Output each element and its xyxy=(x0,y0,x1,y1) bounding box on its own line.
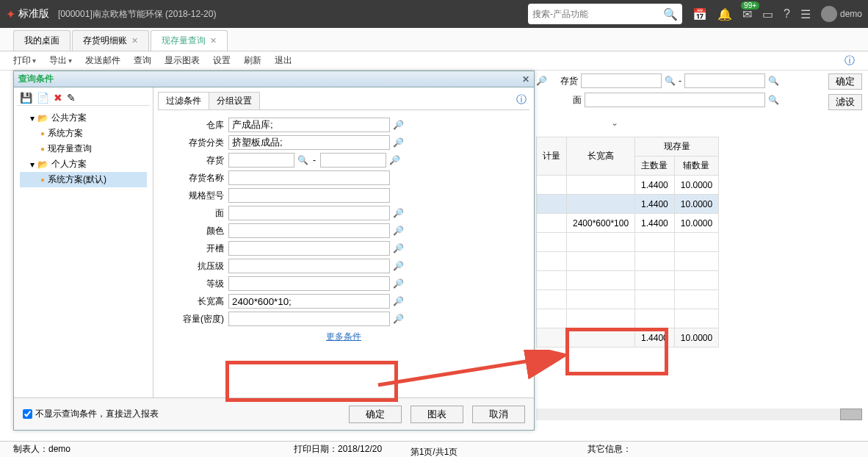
stockcat-input[interactable] xyxy=(228,135,390,150)
lookup-icon[interactable]: 🔎 xyxy=(393,226,404,236)
close-icon[interactable]: ✕ xyxy=(131,36,138,46)
device-icon[interactable]: ▭ xyxy=(762,7,773,21)
spec-input[interactable] xyxy=(228,188,390,203)
tab-desktop[interactable]: 我的桌面 xyxy=(13,30,70,51)
direct-report-check[interactable]: 不显示查询条件，直接进入报表 xyxy=(23,408,159,420)
face-input[interactable] xyxy=(585,93,765,107)
lookup-icon[interactable]: 🔎 xyxy=(393,137,404,148)
face-label: 面 xyxy=(555,94,582,107)
stock-to[interactable] xyxy=(320,153,386,168)
bell-icon[interactable]: 🔔 xyxy=(717,7,732,21)
col-aux: 辅数量 xyxy=(674,156,718,176)
dim-input[interactable] xyxy=(228,294,390,309)
lookup-icon[interactable]: 🔎 xyxy=(393,120,404,130)
tabs-row: 我的桌面 存货明细账✕ 现存量查询✕ xyxy=(0,28,868,51)
table-row[interactable]: 1.440010.0000 xyxy=(537,195,719,214)
lookup-icon[interactable]: 🔍 xyxy=(297,155,308,165)
search-input[interactable] xyxy=(532,9,663,19)
table-row[interactable] xyxy=(537,252,719,271)
stock-label: 存货 xyxy=(551,75,578,87)
settings-button[interactable]: 设置 xyxy=(213,54,231,67)
chart-button[interactable]: 图表 xyxy=(411,406,463,423)
print-button[interactable]: 打印 xyxy=(13,54,36,67)
hscrollbar[interactable] xyxy=(536,409,862,420)
help-icon[interactable]: ? xyxy=(784,7,790,21)
tree-node[interactable]: ▾📂个人方案 xyxy=(20,156,147,172)
face-input[interactable] xyxy=(228,206,390,220)
close-icon[interactable]: ✕ xyxy=(210,36,217,46)
tree-node[interactable]: ●现存量查询 xyxy=(20,141,147,156)
lookup-icon[interactable]: 🔎 xyxy=(393,296,404,306)
chart-button[interactable]: 显示图表 xyxy=(164,54,200,67)
table-row[interactable]: 1.440010.0000 xyxy=(537,176,719,195)
tab-group[interactable]: 分组设置 xyxy=(209,92,260,109)
chevron-down-icon[interactable]: ⌄ xyxy=(611,118,618,128)
exit-button[interactable]: 退出 xyxy=(275,54,292,67)
lookup-icon[interactable]: 🔎 xyxy=(536,76,547,86)
grade-input[interactable] xyxy=(228,276,390,291)
compress-input[interactable] xyxy=(228,259,390,273)
table-row[interactable] xyxy=(537,309,719,328)
tree-node[interactable]: ●系统方案(默认) xyxy=(20,172,147,187)
help-icon[interactable]: ⓘ xyxy=(513,92,529,109)
tab-filter[interactable]: 过滤条件 xyxy=(158,92,209,109)
density-input[interactable] xyxy=(228,312,390,326)
lookup-icon[interactable]: 🔍 xyxy=(768,76,779,86)
lookup-icon[interactable]: 🔎 xyxy=(393,314,404,324)
ok-button[interactable]: 确定 xyxy=(349,406,402,423)
lookup-icon[interactable]: 🔎 xyxy=(393,278,404,289)
cancel-button[interactable]: 取消 xyxy=(472,406,525,423)
badge: 99+ xyxy=(741,1,759,10)
saveas-icon[interactable]: 📄 xyxy=(37,92,49,104)
lookup-icon[interactable]: 🔎 xyxy=(393,208,404,218)
query-button[interactable]: 查询 xyxy=(134,54,151,67)
calendar-icon[interactable]: 📅 xyxy=(692,7,707,21)
tab-onhand-query[interactable]: 现存量查询✕ xyxy=(151,30,228,51)
stock-from-input[interactable] xyxy=(581,73,662,88)
table-row[interactable] xyxy=(537,271,719,290)
delete-icon[interactable]: ✖ xyxy=(54,92,62,104)
col-dim: 长宽高 xyxy=(567,137,635,176)
mail-icon[interactable]: ✉99+ xyxy=(742,7,752,21)
search-box[interactable]: 🔍 xyxy=(528,4,682,24)
scrollbar-thumb[interactable] xyxy=(840,409,862,420)
tree-node[interactable]: ●系统方案 xyxy=(20,126,147,141)
folder-icon: 📂 xyxy=(37,113,48,123)
more-link[interactable]: 更多条件 xyxy=(162,331,525,343)
feedback-icon[interactable]: ☰ xyxy=(800,7,811,21)
ok-button[interactable]: 确定 xyxy=(828,73,862,90)
stockname-input[interactable] xyxy=(228,170,390,185)
lookup-icon[interactable]: 🔍 xyxy=(768,95,779,105)
right-filter: 🔎 存货 🔍 - 🔍 面 🔍 xyxy=(536,73,862,118)
lookup-icon[interactable]: 🔎 xyxy=(389,155,400,165)
lookup-icon[interactable]: 🔎 xyxy=(393,261,404,271)
edit-icon[interactable]: ✎ xyxy=(67,92,76,104)
sendmail-button[interactable]: 发送邮件 xyxy=(85,54,120,67)
save-icon[interactable]: 💾 xyxy=(20,92,32,104)
close-icon[interactable]: ✕ xyxy=(522,74,529,84)
refresh-button[interactable]: 刷新 xyxy=(244,54,261,67)
color-input[interactable] xyxy=(228,223,390,238)
filter-button[interactable]: 滤设 xyxy=(828,94,862,110)
pager: 第1页/共1页 xyxy=(0,446,868,457)
user-menu[interactable]: demo xyxy=(821,6,862,22)
tree-node[interactable]: ▾📂公共方案 xyxy=(20,110,147,126)
folder-icon: 📂 xyxy=(37,159,48,170)
stock-to-input[interactable] xyxy=(684,73,765,88)
stock-from[interactable] xyxy=(228,153,294,168)
lookup-icon[interactable]: 🔍 xyxy=(665,76,676,86)
table-row[interactable]: 2400*600*1001.440010.0000 xyxy=(537,214,719,233)
avatar xyxy=(821,6,837,22)
app-title: 标准版 xyxy=(18,7,49,21)
help-icon[interactable]: ⓘ xyxy=(845,54,855,68)
table-row[interactable] xyxy=(537,233,719,252)
table-footer: 1.440010.0000 xyxy=(537,328,719,348)
col-group: 现存量 xyxy=(635,137,719,156)
export-button[interactable]: 导出 xyxy=(49,54,72,67)
warehouse-input[interactable] xyxy=(228,118,390,132)
lookup-icon[interactable]: 🔎 xyxy=(393,243,404,253)
slot-input[interactable] xyxy=(228,241,390,256)
search-icon[interactable]: 🔍 xyxy=(663,7,678,21)
table-row[interactable] xyxy=(537,290,719,309)
tab-stock-detail[interactable]: 存货明细账✕ xyxy=(72,30,149,51)
